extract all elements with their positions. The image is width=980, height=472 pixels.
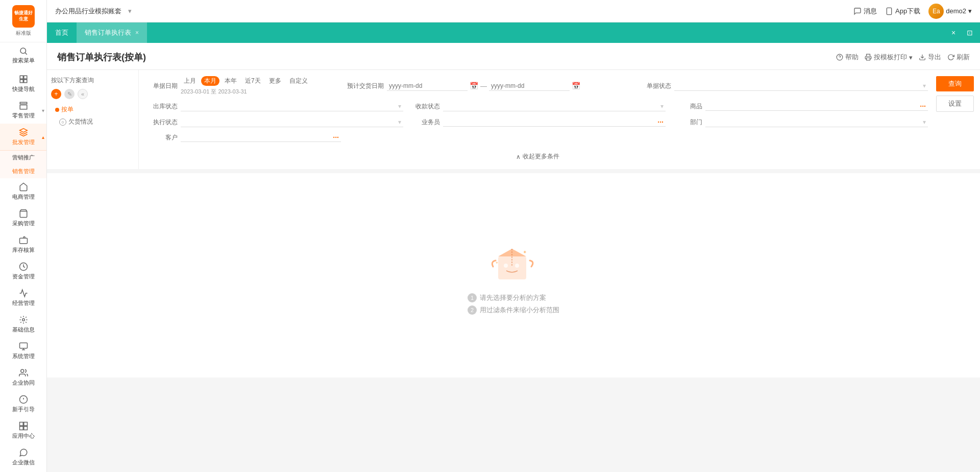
page-content: 销售订单执行表(按单) 帮助 按模板打印 ▾ 导出 刷新 [47, 43, 980, 472]
nav-icon [19, 368, 28, 377]
empty-tips: 1 请先选择要分析的方案 2 用过滤条件来缩小分析范围 [468, 293, 559, 315]
date-tab-thisyear[interactable]: 本年 [222, 76, 240, 86]
date-tab-thismonth[interactable]: 本月 [201, 76, 219, 86]
calendar-icon-end[interactable]: 📅 [572, 82, 580, 90]
query-btn[interactable]: 查询 [936, 76, 974, 91]
empty-tip-1: 1 请先选择要分析的方案 [468, 293, 559, 302]
scheme-item-andan[interactable]: 按单 [51, 103, 134, 116]
sidebar-item-caigou[interactable]: 采购管理 [0, 205, 46, 231]
tab-close-btn[interactable]: × [135, 29, 139, 36]
date-tabs: 上月 本月 本年 近7天 更多 自定义 [181, 76, 311, 86]
expected-date-start[interactable] [387, 81, 468, 91]
payment-status-select[interactable]: ▾ [443, 102, 666, 111]
sidebar-item-zijin[interactable]: 资金管理 [0, 258, 46, 285]
topbar-message-btn[interactable]: 消息 [853, 7, 877, 16]
collapse-scheme-btn[interactable]: « [78, 89, 88, 99]
salesman-label: 业务员 [409, 118, 440, 127]
sidebar-item-pifaguan[interactable]: 批发管理 ▴ [0, 124, 46, 150]
svg-rect-2 [20, 76, 23, 79]
stock-status-select[interactable]: ▾ [181, 102, 403, 111]
sidebar-item-jingying[interactable]: 经营管理 [0, 285, 46, 311]
topbar: 办公用品行业模拟账套 ▾ 消息 App下载 Ea demo2 ▾ [47, 0, 980, 22]
sidebar: 畅捷通好生意 标准版 搜索菜单 快捷导航 零售管理 ▾ 批发管理 ▴ 营销推广 … [0, 0, 47, 472]
sidebar-item-kucun[interactable]: 库存核算 [0, 231, 46, 258]
expected-date-range: 📅 — 📅 [387, 81, 580, 91]
tab-home[interactable]: 首页 [47, 22, 77, 43]
nav-icon [19, 75, 28, 84]
date-tab-custom[interactable]: 自定义 [286, 76, 311, 86]
date-tab-7days[interactable]: 近7天 [242, 76, 264, 86]
filter-field-customer: 客户 ··· [147, 133, 341, 142]
date-tab-more[interactable]: 更多 [266, 76, 284, 86]
sidebar-search[interactable]: 搜索菜单 [0, 42, 46, 68]
exec-dropdown-arrow: ▾ [398, 119, 401, 126]
customer-more-btn[interactable]: ··· [331, 133, 341, 141]
svg-point-31 [515, 264, 519, 268]
sidebar-item-xinshou[interactable]: 新手引导 [0, 391, 46, 417]
filter-right-btns: 查询 设置 [936, 70, 980, 169]
collapse-more-btn[interactable]: ∧ 收起更多条件 [516, 152, 559, 161]
dept-select[interactable]: ▾ [705, 117, 928, 127]
logo-icon: 畅捷通好生意 [12, 5, 35, 28]
topbar-appdownload-btn[interactable]: App下载 [885, 7, 920, 16]
filter-field-expected-date: 预计交货日期 📅 — 📅 [347, 81, 634, 91]
nav-icon [19, 289, 28, 298]
sidebar-item-weixin[interactable]: 企业微信 [0, 444, 46, 470]
nav-icon [19, 101, 28, 110]
nav-icon [19, 209, 28, 218]
filter-field-salesman: 业务员 ··· [409, 118, 666, 127]
expected-date-end[interactable] [489, 81, 570, 91]
filter-conditions: 单据日期 上月 本月 本年 近7天 更多 自定义 20 [139, 70, 936, 169]
topbar-dropdown-btn[interactable]: ▾ [126, 7, 134, 15]
svg-line-1 [25, 53, 27, 54]
tab-active[interactable]: 销售订单执行表 × [77, 22, 147, 43]
refresh-btn[interactable]: 刷新 [947, 53, 970, 62]
scheme-circle: ○ [59, 119, 66, 126]
exec-status-select[interactable]: ▾ [181, 117, 403, 127]
edit-scheme-btn[interactable]: ✎ [64, 89, 75, 99]
sidebar-subitem-xiaoshou[interactable]: 销售管理 [0, 164, 46, 178]
sidebar-item-qiye[interactable]: 企业协同 [0, 364, 46, 391]
date-tab-lastmonth[interactable]: 上月 [181, 76, 199, 86]
filter-row-2: 出库状态 ▾ 收款状态 ▾ [147, 102, 928, 111]
filter-field-goods: 商品 ··· [672, 102, 928, 111]
export-icon [919, 54, 926, 61]
sidebar-item-jichu[interactable]: 基础信息 [0, 311, 46, 338]
empty-state: ✦ ✦ 1 请先选择要分析的方案 2 用过滤条件来缩小分析范围 [457, 205, 570, 345]
window-restore-btn[interactable]: ⊡ [964, 27, 976, 39]
sidebar-item-kuaijie[interactable]: 快捷导航 [0, 70, 46, 97]
add-scheme-btn[interactable]: + [51, 89, 61, 99]
print-btn[interactable]: 按模板打印 ▾ [865, 53, 913, 62]
nav-icon [19, 448, 28, 457]
filter-area: 按以下方案查询 + ✎ « [47, 70, 980, 169]
help-btn[interactable]: 帮助 [836, 53, 859, 62]
goods-more-btn[interactable]: ··· [918, 102, 928, 110]
nav-icon [19, 262, 28, 271]
sidebar-subitem-yingxiao[interactable]: 营销推广 [0, 151, 46, 164]
svg-rect-5 [23, 80, 27, 83]
sidebar-search-label: 搜索菜单 [12, 57, 35, 64]
scheme-item-quhuo[interactable]: ○ 欠货情况 [51, 116, 134, 128]
status-select[interactable]: ▾ [674, 81, 928, 91]
topbar-user[interactable]: Ea demo2 ▾ [928, 4, 972, 19]
nav-icon [19, 235, 28, 245]
sidebar-item-dianshang[interactable]: 电商管理 [0, 178, 46, 205]
export-btn[interactable]: 导出 [919, 53, 941, 62]
logo-subtitle: 标准版 [16, 30, 31, 37]
page-header-actions: 帮助 按模板打印 ▾ 导出 刷新 [836, 53, 970, 62]
sidebar-item-yingyong[interactable]: 应用中心 [0, 417, 46, 444]
salesman-more-btn[interactable]: ··· [655, 118, 666, 126]
setting-btn[interactable]: 设置 [936, 96, 974, 112]
filter-field-exec-status: 执行状态 ▾ [147, 117, 403, 127]
svg-rect-18 [23, 422, 27, 426]
filter-field-dept: 部门 ▾ [672, 117, 928, 127]
filter-scheme-list: 按单 ○ 欠货情况 [51, 103, 134, 128]
empty-icon: ✦ ✦ [488, 236, 539, 287]
calendar-icon-start[interactable]: 📅 [470, 82, 478, 90]
window-close-btn[interactable]: × [947, 27, 960, 39]
page-title: 销售订单执行表(按单) [57, 51, 146, 63]
svg-rect-10 [19, 343, 27, 348]
sidebar-item-lingshouguan[interactable]: 零售管理 ▾ [0, 97, 46, 124]
sidebar-item-xitong[interactable]: 系统管理 [0, 338, 46, 364]
goods-label: 商品 [672, 102, 702, 111]
